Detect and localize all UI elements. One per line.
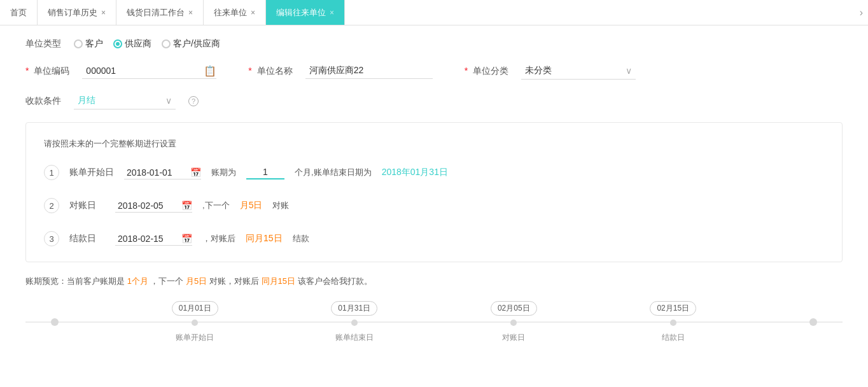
required-star-name: * <box>248 66 251 76</box>
unit-code-input-wrap: 📋 <box>82 63 216 79</box>
period-text-accounts: 账期为 <box>211 167 236 178</box>
tab-cash-work[interactable]: 钱货日清工作台 × <box>116 0 204 25</box>
unit-category-value: 未分类 <box>525 65 622 76</box>
radio-both[interactable]: 客户/供应商 <box>162 38 220 50</box>
period-row-1: 1 账单开始日 📅 账期为 个月,账单结束日期为 2018年01月31日 <box>44 165 824 180</box>
payment-dropdown-icon: ∨ <box>165 95 172 106</box>
timeline-node-3: 02月05日 对账日 <box>491 301 537 343</box>
preview-period: 1个月 <box>127 276 148 286</box>
tab-sales-history-close[interactable]: × <box>101 8 106 17</box>
timeline-label-3: 对账日 <box>502 332 525 343</box>
payment-terms-label: 收款条件 <box>25 95 61 107</box>
timeline-dot-4 <box>670 320 676 326</box>
tab-cash-work-close[interactable]: × <box>188 8 193 17</box>
unit-info-row: * 单位编码 📋 * 单位名称 * 单位分类 未分类 ∨ <box>25 62 843 80</box>
settle-date-calendar-icon[interactable]: 📅 <box>181 234 192 244</box>
radio-both-circle <box>162 39 171 48</box>
unit-name-input[interactable] <box>305 63 433 79</box>
tab-arrow[interactable]: › <box>855 0 868 25</box>
settle-date-input[interactable] <box>115 232 179 245</box>
radio-customer-label: 客户 <box>85 38 103 50</box>
radio-supplier-label: 供应商 <box>125 38 151 50</box>
period-num-2: 2 <box>44 198 59 213</box>
radio-both-label: 客户/供应商 <box>173 38 220 50</box>
required-star-code: * <box>25 66 29 76</box>
unit-type-label: 单位类型 <box>25 38 61 50</box>
unit-code-input[interactable] <box>82 63 201 78</box>
tab-edit-contacts-close[interactable]: × <box>330 8 334 17</box>
tab-sales-history-label: 销售订单历史 <box>48 7 97 18</box>
period-row-2: 2 对账日 📅 ,下一个 月5日 对账 <box>44 198 824 213</box>
settle-date-wrap: 📅 <box>115 232 192 246</box>
end-date-highlight: 2018年01月31日 <box>382 167 448 178</box>
start-date-wrap: 📅 <box>124 166 201 179</box>
payment-terms-value: 月结 <box>78 95 162 106</box>
timeline-badge-3: 02月05日 <box>491 301 537 316</box>
preview-prefix: 账期预览：当前客户账期是 <box>25 276 125 286</box>
period-label-2: 对账日 <box>69 200 105 211</box>
period-num-1: 1 <box>44 165 59 180</box>
preview-mid2: 对账，对账后 <box>209 276 259 286</box>
start-date-calendar-icon[interactable]: 📅 <box>190 167 201 178</box>
timeline-dot-1 <box>192 320 198 326</box>
timeline-dot-2 <box>351 320 358 326</box>
months-input[interactable] <box>246 165 284 179</box>
timeline: 01月01日 账单开始日 01月31日 账单结束日 02月05日 对账日 02月… <box>25 301 843 343</box>
radio-supplier[interactable]: 供应商 <box>113 38 151 50</box>
timeline-end-dot <box>809 318 817 326</box>
payment-terms-row: 收款条件 月结 ∨ ? <box>25 92 843 109</box>
unit-code-calendar-icon[interactable]: 📋 <box>204 65 216 77</box>
reconcile-date-input[interactable] <box>115 199 179 212</box>
tab-contacts[interactable]: 往来单位 × <box>204 0 266 25</box>
period-label-3: 结款日 <box>69 233 105 244</box>
settle-prefix: ，对账后 <box>202 233 235 244</box>
tab-sales-history[interactable]: 销售订单历史 × <box>38 0 116 25</box>
tab-edit-contacts-label: 编辑往来单位 <box>276 7 326 18</box>
preview-suffix: 该客户会给我打款。 <box>298 276 372 286</box>
tab-contacts-label: 往来单位 <box>214 7 247 18</box>
tab-edit-contacts[interactable]: 编辑往来单位 × <box>266 0 345 25</box>
tab-home[interactable]: 首页 <box>0 0 38 25</box>
timeline-nodes: 01月01日 账单开始日 01月31日 账单结束日 02月05日 对账日 02月… <box>51 301 817 343</box>
reconcile-date-wrap: 📅 <box>115 199 192 213</box>
start-date-input[interactable] <box>124 166 188 179</box>
timeline-node-1: 01月01日 账单开始日 <box>172 301 218 343</box>
timeline-label-1: 账单开始日 <box>176 332 214 343</box>
reconcile-prefix: ,下一个 <box>202 200 230 211</box>
timeline-dot-3 <box>510 320 517 326</box>
tab-cash-work-label: 钱货日清工作台 <box>127 7 185 18</box>
payment-terms-select[interactable]: 月结 ∨ <box>74 92 176 109</box>
preview-highlight2: 同月15日 <box>262 276 295 286</box>
timeline-badge-2: 01月31日 <box>331 301 377 316</box>
tab-contacts-close[interactable]: × <box>251 8 255 17</box>
unit-code-label: * 单位编码 <box>25 66 69 77</box>
radio-customer[interactable]: 客户 <box>74 38 103 50</box>
radio-supplier-circle <box>113 39 122 48</box>
section-box: 请按照未来的一个完整帐期进行设置 1 账单开始日 📅 账期为 个月,账单结束日期… <box>25 122 843 262</box>
unit-category-label: * 单位分类 <box>465 66 508 77</box>
unit-type-radio-group: 客户 供应商 客户/供应商 <box>74 38 220 50</box>
tab-home-label: 首页 <box>10 7 27 18</box>
radio-customer-circle <box>74 39 83 48</box>
required-star-category: * <box>465 66 468 76</box>
category-dropdown-icon: ∨ <box>626 66 632 76</box>
preview-text: 账期预览：当前客户账期是 1个月 ，下一个 月5日 对账，对账后 同月15日 该… <box>25 275 843 288</box>
reconcile-date-calendar-icon[interactable]: 📅 <box>181 201 192 211</box>
timeline-node-2: 01月31日 账单结束日 <box>331 301 377 343</box>
period-text-months: 个月,账单结束日期为 <box>295 167 372 178</box>
tabs-bar: 首页 销售订单历史 × 钱货日清工作台 × 往来单位 × 编辑往来单位 × › <box>0 0 868 25</box>
timeline-node-start-dot <box>51 318 59 326</box>
unit-category-select[interactable]: 未分类 ∨ <box>521 62 636 80</box>
timeline-start-dot <box>51 318 59 326</box>
period-num-3: 3 <box>44 231 59 246</box>
settle-suffix: 结款 <box>293 233 309 244</box>
preview-highlight1: 月5日 <box>186 276 207 286</box>
reconcile-suffix: 对账 <box>272 200 289 211</box>
timeline-label-4: 结款日 <box>662 332 685 343</box>
timeline-badge-4: 02月15日 <box>650 301 696 316</box>
timeline-node-4: 02月15日 结款日 <box>650 301 696 343</box>
period-label-1: 账单开始日 <box>69 167 114 178</box>
timeline-node-end-dot <box>809 318 817 326</box>
timeline-badge-1: 01月01日 <box>172 301 218 316</box>
question-icon[interactable]: ? <box>188 96 199 106</box>
